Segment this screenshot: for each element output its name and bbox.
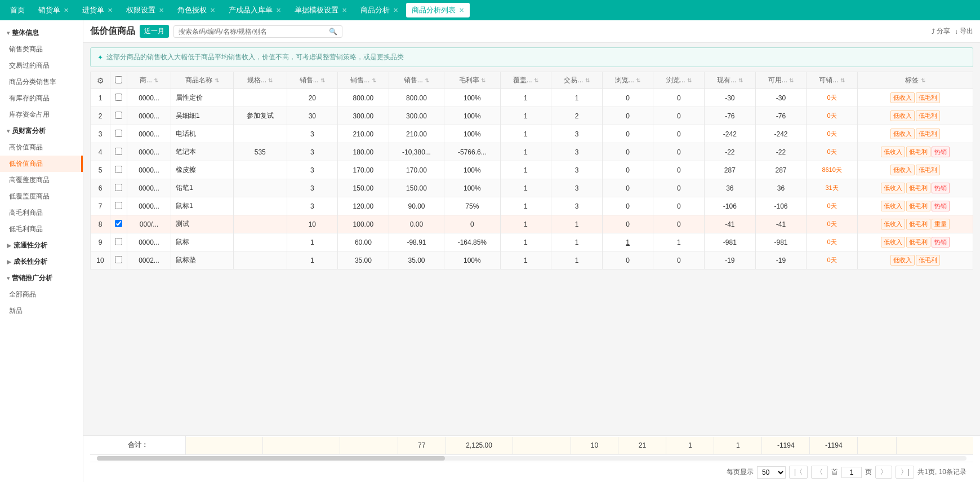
cell-checkbox[interactable] [110,161,127,179]
nav-analysis-list[interactable]: 商品分析列表 ✕ [406,3,470,17]
summary-values: 77 2,125.00 10 21 1 1 -1194 -1194 [186,437,973,454]
cell-trade: 1 [551,251,603,269]
row-checkbox[interactable] [115,202,122,209]
share-button[interactable]: ⤴ 分享 [932,26,950,36]
sidebar-item-traded-goods[interactable]: 交易过的商品 [0,58,83,74]
row-checkbox[interactable] [115,130,122,137]
export-button[interactable]: ↓ 导出 [955,26,973,36]
col-header-setting[interactable]: ⚙ [91,72,110,89]
nav-roles[interactable]: 角色授权 ✕ [172,3,221,17]
cell-sales-amount: 0.00 [389,215,444,233]
nav-analysis[interactable]: 商品分析 ✕ [355,3,404,17]
sidebar-item-new-goods[interactable]: 新品 [0,303,83,319]
nav-purchase[interactable]: 进货单 ✕ [77,3,118,17]
sidebar-item-all-goods[interactable]: 全部商品 [0,286,83,303]
nav-template-close[interactable]: ✕ [342,7,347,14]
search-icon[interactable]: 🔍 [329,28,337,36]
browse1-value: 0 [626,220,630,228]
cell-checkbox[interactable] [110,107,127,125]
page-title: 低价值商品 [90,25,135,37]
nav-storage-close[interactable]: ✕ [276,7,281,14]
nav-analysis-list-close[interactable]: ✕ [459,7,464,14]
nav-permissions[interactable]: 权限设置 ✕ [121,3,170,17]
col-header-sales-amount: 销售... ⇅ [389,72,444,89]
sidebar-section-flow[interactable]: ▶ 流通性分析 [0,237,83,254]
cell-margin: 75% [444,197,500,215]
col-header-spec: 规格... ⇅ [234,72,287,89]
prev-page-button[interactable]: 〈 [811,466,828,479]
sidebar-section-general[interactable]: ▾ 整体信息 [0,25,83,41]
cell-checkbox[interactable] [110,251,127,269]
nav-sales-close[interactable]: ✕ [64,7,69,14]
first-page-button[interactable]: |〈 [789,466,808,479]
cell-checkbox[interactable] [110,89,127,107]
sidebar-item-stock-capital[interactable]: 库存资金占用 [0,107,83,123]
last-page-button[interactable]: 〉| [896,466,914,479]
search-input[interactable] [179,28,327,36]
cell-margin: 100% [444,161,500,179]
sidebar-item-sales-goods[interactable]: 销售类商品 [0,41,83,58]
cell-browse1[interactable]: 1 [602,233,653,251]
cell-trade: 3 [551,143,603,161]
sidebar-item-in-stock[interactable]: 有库存的商品 [0,90,83,107]
current-page-input[interactable] [841,467,862,478]
cell-sellable: 0天 [807,233,858,251]
row-checkbox[interactable] [115,238,122,245]
browse1-value[interactable]: 1 [626,238,630,246]
row-checkbox[interactable] [115,220,122,227]
scrollbar-track[interactable] [97,456,966,461]
cell-usable: 36 [755,179,807,197]
cell-checkbox[interactable] [110,143,127,161]
browse1-value: 0 [626,166,630,174]
sidebar-item-high-margin[interactable]: 高毛利商品 [0,205,83,221]
nav-sales[interactable]: 销货单 ✕ [33,3,74,17]
nav-analysis-close[interactable]: ✕ [393,7,398,14]
settings-icon[interactable]: ⚙ [97,76,104,85]
sidebar-item-category-sales[interactable]: 商品分类销售率 [0,74,83,90]
nav-home[interactable]: 首页 [5,3,30,17]
summary-usable: -1194 [810,437,858,454]
filter-recent-month-button[interactable]: 近一月 [140,25,169,38]
row-checkbox[interactable] [115,112,122,119]
per-page-select[interactable]: 50 100 200 [757,466,786,479]
sidebar-item-low-coverage[interactable]: 低覆盖度商品 [0,188,83,205]
row-checkbox[interactable] [115,94,122,101]
cell-checkbox[interactable] [110,179,127,197]
nav-permissions-close[interactable]: ✕ [159,7,164,14]
row-checkbox[interactable] [115,166,122,173]
cell-sales-price: 60.00 [338,233,389,251]
sidebar-item-high-value[interactable]: 高价值商品 [0,139,83,156]
cell-trade: 2 [551,107,603,125]
sidebar-section-marketing[interactable]: ▾ 营销推广分析 [0,270,83,286]
nav-storage[interactable]: 产成品入库单 ✕ [223,3,287,17]
nav-purchase-close[interactable]: ✕ [108,7,113,14]
cell-usable: 287 [755,161,807,179]
nav-template[interactable]: 单据模板设置 ✕ [289,3,353,17]
sidebar-section-wealth[interactable]: ▾ 员财富分析 [0,123,83,139]
cell-name: 吴细细1 [171,107,234,125]
col-header-usable: 可用... ⇅ [755,72,807,89]
row-checkbox[interactable] [115,256,122,263]
cell-checkbox[interactable] [110,197,127,215]
cell-checkbox[interactable] [110,215,127,233]
cell-margin: 100% [444,251,500,269]
sidebar-item-low-value[interactable]: 低价值商品 [0,156,83,172]
days-tag: 31天 [826,184,839,191]
sidebar-item-high-coverage[interactable]: 高覆盖度商品 [0,172,83,188]
next-page-button[interactable]: 〉 [875,466,892,479]
sidebar-item-low-margin[interactable]: 低毛利商品 [0,221,83,237]
days-tag: 0天 [827,257,837,263]
share-icon: ⤴ [932,28,935,36]
row-checkbox[interactable] [115,184,122,191]
cell-checkbox[interactable] [110,233,127,251]
cell-tags: 低收入低毛利热销 [857,197,973,215]
row-checkbox[interactable] [115,148,122,155]
scrollbar-thumb[interactable] [97,456,445,461]
cell-checkbox[interactable] [110,125,127,143]
nav-roles-close[interactable]: ✕ [210,7,215,14]
cell-num: 10 [91,251,110,269]
cell-code: 0000... [127,197,171,215]
tag-label: 低毛利 [916,255,940,266]
select-all-checkbox[interactable] [115,76,122,83]
sidebar-section-growth[interactable]: ▶ 成长性分析 [0,254,83,270]
